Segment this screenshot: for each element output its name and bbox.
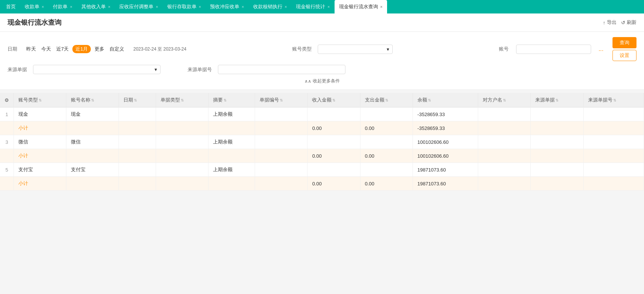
tab-close-icon[interactable]: × (199, 4, 201, 9)
date-range: 2023-02-24 至 2023-03-24 (133, 46, 186, 52)
tab-close-icon[interactable]: × (70, 4, 72, 9)
nav-tab-其他收入单[interactable]: 其他收入单× (77, 0, 115, 13)
cell-income (308, 107, 360, 121)
col-header-date[interactable]: 日期⇅ (119, 93, 156, 107)
cell-source_bill (531, 107, 583, 121)
export-button[interactable]: ↑ 导出 (603, 19, 617, 26)
nav-tab-付款单[interactable]: 付款单× (48, 0, 77, 13)
nav-tab-现金银行统计[interactable]: 现金银行统计× (291, 0, 334, 13)
col-label-income: 收入金额 (312, 97, 332, 103)
tab-label: 应收应付调整单 (119, 3, 153, 10)
col-label-source_bill: 来源单据 (535, 97, 555, 103)
tab-close-icon[interactable]: × (285, 4, 287, 9)
tab-close-icon[interactable]: × (327, 4, 330, 9)
nav-tab-预收冲应收单[interactable]: 预收冲应收单× (206, 0, 248, 13)
account-type-select[interactable]: ▾ (318, 45, 393, 54)
col-header-expense[interactable]: 支出金额⇅ (360, 93, 413, 107)
cell-bill_no (255, 107, 308, 121)
date-opt-更多[interactable]: 更多 (93, 45, 106, 53)
date-opt-近7天[interactable]: 近7天 (55, 45, 70, 53)
col-header-source_bill[interactable]: 来源单据⇅ (531, 93, 583, 107)
cell-idx (0, 149, 14, 163)
date-opt-今天[interactable]: 今天 (40, 45, 53, 53)
table-row: 小计0.000.0019871073.60 (0, 177, 644, 191)
sort-icon-counterpart[interactable]: ⇅ (503, 98, 506, 102)
cell-counterpart (478, 177, 531, 191)
cell-expense: 0.00 (360, 177, 413, 191)
collapse-row: ∧∧ 收起更多条件 (8, 78, 636, 84)
cell-bill_type (156, 149, 208, 163)
sort-icon-bill_no[interactable]: ⇅ (280, 98, 283, 102)
cell-income (308, 163, 360, 177)
col-header-account_type[interactable]: 账号类型⇅ (14, 93, 66, 107)
gear-icon[interactable]: ⚙ (5, 97, 9, 103)
col-header-balance[interactable]: 余额⇅ (413, 93, 478, 107)
cell-counterpart (478, 121, 531, 135)
cell-summary (209, 177, 255, 191)
tab-close-icon[interactable]: × (242, 4, 244, 9)
home-tab[interactable]: 首页 (2, 0, 20, 13)
sort-icon-date[interactable]: ⇅ (134, 98, 137, 102)
gear-column-header[interactable]: ⚙ (0, 93, 14, 107)
col-label-counterpart: 对方户名 (483, 97, 502, 103)
table-row: 小计0.000.00100102606.60 (0, 149, 644, 163)
col-header-bill_no[interactable]: 单据编号⇅ (255, 93, 308, 107)
account-dots[interactable]: ... (599, 46, 603, 52)
settings-button[interactable]: 设置 (612, 50, 636, 61)
page-header: 现金银行流水查询 ↑ 导出 ↺ 刷新 (0, 13, 644, 32)
sort-icon-expense[interactable]: ⇅ (385, 98, 388, 102)
sort-icon-summary[interactable]: ⇅ (224, 98, 227, 102)
filter-area: 日期 昨天今天近7天近1月更多自定义 2023-02-24 至 2023-03-… (0, 32, 644, 90)
cell-account_name (66, 177, 119, 191)
nav-tab-银行存取款单[interactable]: 银行存取款单× (163, 0, 206, 13)
tab-close-icon[interactable]: × (380, 4, 383, 9)
sort-icon-income[interactable]: ⇅ (332, 98, 335, 102)
col-header-bill_type[interactable]: 单据类型⇅ (156, 93, 208, 107)
cell-idx: 5 (0, 163, 14, 177)
page-title: 现金银行流水查询 (8, 18, 62, 27)
query-button[interactable]: 查询 (612, 37, 636, 48)
col-label-bill_no: 单据编号 (260, 97, 279, 103)
account-label: 账号 (499, 46, 510, 52)
tab-close-icon[interactable]: × (42, 4, 44, 9)
nav-tab-收款单[interactable]: 收款单× (20, 0, 48, 13)
cell-account_name: 支付宝 (66, 163, 119, 177)
cell-counterpart (478, 107, 531, 121)
tab-label: 其他收入单 (81, 3, 106, 10)
cell-account_name: 微信 (66, 135, 119, 149)
sort-icon-balance[interactable]: ⇅ (428, 98, 431, 102)
sort-icon-source_bill[interactable]: ⇅ (555, 98, 558, 102)
cell-balance: 19871073.60 (413, 177, 478, 191)
account-input[interactable] (516, 45, 591, 54)
cell-income (308, 135, 360, 149)
nav-tab-现金银行流水查询[interactable]: 现金银行流水查询× (335, 0, 387, 13)
cell-date (119, 135, 156, 149)
col-header-source_bill_no[interactable]: 来源单据号⇅ (583, 93, 644, 107)
cell-summary: 上期余额 (209, 135, 255, 149)
date-opt-近1月[interactable]: 近1月 (72, 45, 91, 53)
date-opt-自定义[interactable]: 自定义 (108, 45, 126, 53)
date-opt-昨天[interactable]: 昨天 (25, 45, 38, 53)
cell-account_type: 小计 (14, 121, 66, 135)
source-bill-no-input[interactable] (218, 65, 345, 74)
col-header-counterpart[interactable]: 对方户名⇅ (478, 93, 531, 107)
cell-counterpart (478, 149, 531, 163)
nav-tab-收款核销执行[interactable]: 收款核销执行× (249, 0, 291, 13)
tab-close-icon[interactable]: × (156, 4, 158, 9)
col-header-income[interactable]: 收入金额⇅ (308, 93, 360, 107)
account-type-chevron: ▾ (387, 46, 389, 52)
nav-tab-应收应付调整单[interactable]: 应收应付调整单× (115, 0, 162, 13)
sort-icon-account_name[interactable]: ⇅ (91, 98, 94, 102)
sort-icon-bill_type[interactable]: ⇅ (181, 98, 184, 102)
sort-icon-source_bill_no[interactable]: ⇅ (613, 98, 616, 102)
cell-summary: 上期余额 (209, 163, 255, 177)
tab-close-icon[interactable]: × (108, 4, 110, 9)
col-header-account_name[interactable]: 账号名称⇅ (66, 93, 119, 107)
collapse-button[interactable]: ∧∧ 收起更多条件 (305, 78, 340, 84)
source-bill-chevron: ▾ (155, 67, 157, 72)
sort-icon-account_type[interactable]: ⇅ (39, 98, 42, 102)
source-bill-select[interactable]: ▾ (33, 65, 161, 74)
refresh-button[interactable]: ↺ 刷新 (621, 19, 636, 26)
col-header-summary[interactable]: 摘要⇅ (209, 93, 255, 107)
filter-row-source: 来源单据 ▾ 来源单据号 (8, 65, 636, 74)
